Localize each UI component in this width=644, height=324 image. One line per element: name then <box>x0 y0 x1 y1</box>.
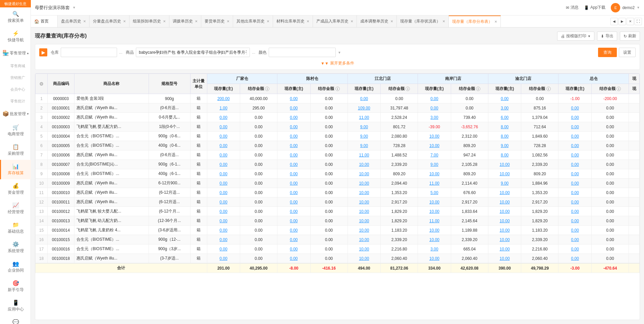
cell-w2-qty[interactable]: 0.00 <box>277 226 310 235</box>
tab-close-btn[interactable]: ✕ <box>627 18 634 25</box>
cell-w1-qty[interactable]: 0.00 <box>207 216 240 226</box>
sidebar-item-search[interactable]: 🔍 搜索英单 <box>0 7 31 27</box>
cell-w4-qty[interactable]: 7.00 <box>418 150 451 160</box>
cell-w2-qty[interactable]: 0.00 <box>277 169 310 179</box>
cell-w1-qty[interactable]: 0.00 <box>207 179 240 188</box>
cell-w4-qty[interactable]: 10.00 <box>418 197 451 207</box>
tab-stock7[interactable]: 材料出库单历史 ✕ <box>273 15 313 28</box>
tab-stock9[interactable]: 成本调整单历史 ✕ <box>357 15 397 28</box>
cell-w5-qty[interactable]: 10.00 <box>488 197 521 207</box>
tab-fullscreen-btn[interactable]: ⛶ <box>635 18 642 25</box>
cell-w4-qty[interactable]: 3.00 <box>418 244 451 254</box>
sidebar-item-ops[interactable]: 📈 经营管理 <box>0 199 31 218</box>
cell-w1-qty[interactable]: 0.00 <box>207 188 240 197</box>
sidebar-item-system[interactable]: ⚙️ 系统管理 <box>0 238 31 257</box>
cell-w5-qty[interactable]: 9.00 <box>488 179 521 188</box>
cell-w5-qty[interactable]: 10.00 <box>488 188 521 197</box>
cell-total-qty[interactable]: 0.00 <box>558 207 591 216</box>
cell-w5-qty[interactable]: 6.00 <box>488 113 521 122</box>
tab-stock6[interactable]: 其他出库单历史 ✕ <box>233 15 273 28</box>
sidebar-item-wholesale[interactable]: 📦 批发管理 ▼ <box>0 107 31 121</box>
sidebar-item-basic[interactable]: 📁 基础信息 <box>0 218 31 238</box>
cell-total-qty[interactable]: 0.00 <box>558 150 591 160</box>
sidebar-item-ecommerce[interactable]: 🛒 电商管理 <box>0 121 31 140</box>
cell-w2-qty[interactable]: 0.00 <box>277 160 310 169</box>
cell-w5-qty[interactable]: 9.00 <box>488 141 521 150</box>
company-dropdown-label[interactable]: 母婴行业演示陈套 <box>35 5 70 11</box>
cell-total-qty[interactable]: 0.00 <box>558 169 591 179</box>
cell-w1-qty[interactable]: 0.00 <box>207 150 240 160</box>
cell-w5-qty[interactable]: 10.00 <box>488 169 521 179</box>
cell-w3-qty[interactable]: 10.00 <box>347 160 380 169</box>
sidebar-item-inventory[interactable]: 📊 库存核算 <box>0 160 31 179</box>
close-tab-stock6[interactable]: ✕ <box>267 19 269 23</box>
setting-btn[interactable]: 设置 <box>619 48 636 57</box>
tab-stock8[interactable]: 产成品入库单历史 ✕ <box>313 15 357 28</box>
cell-total-qty[interactable]: 0.00 <box>558 254 591 264</box>
cell-w1-qty[interactable]: 0.00 <box>207 113 240 122</box>
user-area[interactable]: E demo2 ▼ <box>611 3 640 12</box>
cell-w5-qty[interactable]: 8.00 <box>488 150 521 160</box>
tab-next-btn[interactable]: ▶ <box>619 18 626 25</box>
tab-prev-btn[interactable]: ◀ <box>610 18 618 25</box>
cell-w3-qty[interactable]: 9.00 <box>347 122 380 132</box>
color-dropdown-icon[interactable]: ▼ <box>338 51 341 54</box>
cell-total-qty[interactable]: 0.00 <box>558 122 591 132</box>
sidebar-item-finance[interactable]: 💰 资金管理 <box>0 179 31 199</box>
cell-w2-qty[interactable]: 0.00 <box>277 254 310 264</box>
cell-w3-qty[interactable]: 10.00 <box>347 235 380 244</box>
cell-w4-qty[interactable]: 10.00 <box>418 226 451 235</box>
cell-w5-qty[interactable]: 10.00 <box>488 207 521 216</box>
cell-w2-qty[interactable]: 0.00 <box>277 141 310 150</box>
cell-w1-qty[interactable]: 0.00 <box>207 254 240 264</box>
cell-w4-qty[interactable]: 9.00 <box>418 160 451 169</box>
color-input[interactable] <box>269 48 336 57</box>
cell-w2-qty[interactable]: 0.00 <box>277 150 310 160</box>
cell-w4-qty[interactable]: -39.00 <box>418 122 451 132</box>
cell-w1-qty[interactable]: 0.00 <box>207 122 240 132</box>
cell-w2-qty[interactable]: 0.00 <box>277 216 310 226</box>
cell-w4-qty[interactable]: 10.00 <box>418 141 451 150</box>
cell-w5-qty[interactable]: 0.00 <box>488 94 521 103</box>
cell-w3-qty[interactable]: 10.00 <box>347 226 380 235</box>
sidebar-item-member[interactable]: 会员中心 <box>0 84 31 95</box>
cell-w1-qty[interactable]: 0.00 <box>207 169 240 179</box>
cell-total-qty[interactable]: 0.00 <box>558 179 591 188</box>
refresh-btn[interactable]: ↻ 刷新 <box>620 32 640 41</box>
cell-w5-qty[interactable]: 10.00 <box>488 254 521 264</box>
close-tab-stock11[interactable]: ✕ <box>494 20 497 24</box>
tab-stock10[interactable]: 现存量（库存状况表） ✕ <box>397 15 449 28</box>
expand-conditions-btn[interactable]: ▼▼ 展开更多条件 <box>321 60 354 66</box>
tab-stock5[interactable]: 要货单历史 ✕ <box>201 15 233 28</box>
cell-w5-qty[interactable]: 8.00 <box>488 132 521 141</box>
sidebar-item-apps[interactable]: 📱 应用中心 <box>0 296 31 316</box>
sidebar-item-corp[interactable]: 👥 企业协同 <box>0 257 31 277</box>
cell-w4-qty[interactable]: 10.00 <box>418 169 451 179</box>
cell-w4-qty[interactable]: 10.00 <box>418 132 451 141</box>
cell-w4-qty[interactable]: 3.00 <box>418 113 451 122</box>
cell-total-qty[interactable]: 0.00 <box>558 216 591 226</box>
cell-total-qty[interactable]: 0.00 <box>558 160 591 169</box>
cell-w3-qty[interactable]: 9.00 <box>347 132 380 141</box>
tab-stock11[interactable]: 现存量（库存分布表） ✕ <box>449 15 501 28</box>
cell-w3-qty[interactable]: 11.00 <box>347 150 380 160</box>
tab-stock4[interactable]: 调拨单历史 ✕ <box>169 15 201 28</box>
cell-total-qty[interactable]: 0.00 <box>558 132 591 141</box>
sidebar-item-purchase[interactable]: 📋 采购管理 <box>0 140 31 160</box>
cell-w2-qty[interactable]: 0.00 <box>277 103 310 113</box>
cell-w3-qty[interactable]: 10.00 <box>347 179 380 188</box>
cell-total-qty[interactable]: 0.00 <box>558 197 591 207</box>
cell-w1-qty[interactable]: 0.00 <box>207 141 240 150</box>
cell-w4-qty[interactable]: 0.00 <box>418 94 451 103</box>
cell-w5-qty[interactable]: 10.00 <box>488 216 521 226</box>
cell-w2-qty[interactable]: 0.00 <box>277 122 310 132</box>
cell-w5-qty[interactable]: 10.00 <box>488 244 521 254</box>
app-download-btn[interactable]: 📱 App下载 <box>584 5 605 10</box>
cell-w1-qty[interactable]: 0.00 <box>207 244 240 254</box>
column-settings-icon[interactable]: ⚙ <box>39 81 44 87</box>
cell-w4-qty[interactable]: 11.00 <box>418 216 451 226</box>
cell-w3-qty[interactable]: 10.00 <box>347 207 380 216</box>
cell-total-qty[interactable]: 0.00 <box>558 235 591 244</box>
cell-w3-qty[interactable]: 10.00 <box>347 254 380 264</box>
tab-stock1[interactable]: 盘点单历史 ✕ <box>58 15 90 28</box>
